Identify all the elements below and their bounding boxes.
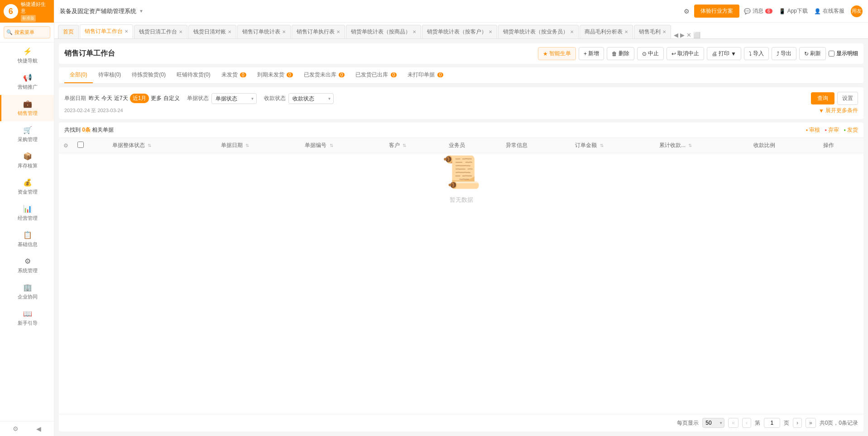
sidebar-item-inventory[interactable]: 📦 库存核算 [0,147,54,174]
per-page-select[interactable]: 10 20 50 100 [702,418,724,428]
tab-sales-stats-customer[interactable]: 销货单统计表（按客户） ✕ [422,25,497,38]
query-button[interactable]: 查询 [811,92,834,104]
sub-tab-shipped-not-out[interactable]: 已发货未出库 0 [298,67,350,83]
review-action-link[interactable]: 审核 [806,126,820,134]
online-service-button[interactable]: 👤 在线客服 [814,7,844,15]
tab-sales-stats-product[interactable]: 销货单统计表（按商品） ✕ [346,25,421,38]
page-number-input[interactable] [764,418,780,428]
tab-close-sales-stats-staff[interactable]: ✕ [570,29,574,34]
tab-maximize-button[interactable]: ⬜ [693,32,700,38]
tab-prev-button[interactable]: ◀ [674,32,678,38]
tab-home[interactable]: 首页 [58,25,79,38]
filter-setting-button[interactable]: 设置 [837,92,858,105]
sidebar-item-basic-info[interactable]: 📋 基础信息 [0,226,54,252]
sidebar-item-quick-nav[interactable]: ⚡ 快捷导航 [0,43,54,69]
filter-date-today[interactable]: 今天 [101,95,112,102]
select-all-checkbox[interactable] [77,142,84,148]
tab-sales-revenue[interactable]: 销售毛利 ✕ [634,25,671,38]
tab-close-all-button[interactable]: ✕ [686,32,691,38]
cancel-stop-button[interactable]: ↩ 取消中止 [667,47,704,60]
sidebar-item-enterprise[interactable]: 🏢 企业协同 [0,279,54,305]
date-col-header: 单据日期 ⇅ [216,138,301,153]
cancel-review-action-link[interactable]: 弃审 [825,126,839,134]
tab-sales-stats[interactable]: 销售订单统计表 ✕ [237,25,291,38]
message-button[interactable]: 💬 消息 6 [744,7,772,15]
topbar-gear-icon[interactable]: ⚙ [684,8,690,15]
sub-tab-expired[interactable]: 到期未发货 0 [252,67,298,83]
tab-cash-clear[interactable]: 钱货日清工作台 ✕ [134,25,187,38]
solution-button[interactable]: 体验行业方案 [694,5,739,18]
topbar-dropdown-icon[interactable]: ▼ [139,9,144,14]
sub-tab-pending-inspect[interactable]: 待拣货验货(0) [126,67,171,83]
amount-col-header: 订单金额 ⇅ [571,138,655,153]
filter-date-more[interactable]: 更多 [151,95,162,102]
tab-cash-reconcile[interactable]: 钱货日清对账 ✕ [188,25,236,38]
tab-close-sales-stats-product[interactable]: ✕ [412,29,416,34]
tab-next-button[interactable]: ▶ [680,32,685,38]
smart-gen-button[interactable]: ★ 智能生单 [538,47,576,60]
app-download-button[interactable]: 📱 App下载 [779,7,808,15]
print-button[interactable]: 🖨 打印 ▼ [707,47,741,60]
tab-product-margin[interactable]: 商品毛利分析表 ✕ [580,25,633,38]
sidebar-item-system[interactable]: ⚙ 系统管理 [0,252,54,279]
import-button[interactable]: ⤵ 导入 [744,47,769,60]
status-sort-icon[interactable]: ⇅ [148,143,151,148]
sidebar-item-operations[interactable]: 📊 经营管理 [0,200,54,226]
column-settings-icon[interactable]: ⚙ [63,142,68,149]
user-button[interactable]: 用友 [851,5,863,17]
sub-tab-not-shipped[interactable]: 未发货 0 [216,67,252,83]
tab-close-product-margin[interactable]: ✕ [624,29,628,34]
filter-date-7days[interactable]: 近7天 [114,95,128,102]
export-icon: ⤴ [777,51,779,57]
show-detail-checkbox[interactable] [829,51,834,57]
first-page-button[interactable]: « [728,418,739,428]
filter-payment-select[interactable]: 收款状态 [288,93,334,104]
sidebar-item-sales[interactable]: 💼 销售管理 [0,95,54,121]
tab-close-sales-stats-customer[interactable]: ✕ [489,29,492,34]
marketing-icon: 📢 [23,73,32,82]
expand-conditions-button[interactable]: ▼ 展开更多条件 [819,107,858,114]
show-detail-label[interactable]: 显示明细 [829,50,858,57]
sub-tab-all[interactable]: 全部(0) [64,67,93,83]
tab-sales-exec[interactable]: 销售订单执行表 ✕ [292,25,345,38]
refresh-button[interactable]: ↻ 刷新 [799,47,826,60]
date-sort-icon[interactable]: ⇅ [245,143,249,148]
stop-button[interactable]: ⊙ 中止 [637,47,664,60]
filter-status-select[interactable]: 单据状态 [211,93,257,104]
tab-close-cash-reconcile[interactable]: ✕ [228,29,231,34]
number-sort-icon[interactable]: ⇅ [330,143,333,148]
tab-close-sales-workbench[interactable]: ✕ [125,29,128,34]
sidebar-item-marketing[interactable]: 📢 营销推广 [0,69,54,95]
tab-close-sales-stats[interactable]: ✕ [282,29,286,34]
filter-date-custom[interactable]: 自定义 [163,95,180,102]
collected-sort-icon[interactable]: ⇅ [688,143,692,148]
sub-tab-wangpu[interactable]: 旺铺待发货(0) [171,67,216,83]
sub-tab-pending-review[interactable]: 待审核(0) [93,67,127,83]
delete-button[interactable]: 🗑 删除 [607,47,634,60]
tab-close-cash-clear[interactable]: ✕ [179,29,182,34]
sub-tab-shipped-out[interactable]: 已发货已出库 0 [350,67,402,83]
sidebar-item-guide[interactable]: 📖 新手引导 [0,305,54,331]
filter-date-yesterday[interactable]: 昨天 [89,95,100,102]
ship-action-link[interactable]: 发货 [844,126,858,134]
next-page-button[interactable]: › [793,418,802,428]
sub-tab-not-printed[interactable]: 未打印单据 0 [402,67,449,83]
add-button[interactable]: + 新增 [579,47,604,60]
tab-sales-stats-staff[interactable]: 销货单统计表（按业务员） ✕ [498,25,579,38]
footer-collapse-icon[interactable]: ◀ [36,425,41,432]
tab-close-sales-revenue[interactable]: ✕ [662,29,666,34]
search-menu-button[interactable]: 🔍 搜索菜单 [4,26,50,38]
tab-sales-workbench[interactable]: 销售订单工作台 ✕ [80,24,133,38]
tab-close-sales-exec[interactable]: ✕ [336,29,340,34]
sidebar-item-purchase[interactable]: 🛒 采购管理 [0,121,54,147]
content-area: 销售订单工作台 ★ 智能生单 + 新增 🗑 删除 ⊙ 中止 [54,39,868,436]
amount-sort-icon[interactable]: ⇅ [600,143,604,148]
filter-date-1month[interactable]: 近1月 [130,94,149,103]
customer-sort-icon[interactable]: ⇅ [403,143,406,148]
table-scroll-container[interactable]: ⚙ 单据整体状态 ⇅ 单据日期 ⇅ [59,138,863,414]
sidebar-item-finance[interactable]: 💰 资金管理 [0,174,54,200]
footer-settings-icon[interactable]: ⚙ [13,425,19,432]
last-page-button[interactable]: » [806,418,816,428]
export-button[interactable]: ⤴ 导出 [772,47,796,60]
prev-page-button[interactable]: ‹ [742,418,751,428]
